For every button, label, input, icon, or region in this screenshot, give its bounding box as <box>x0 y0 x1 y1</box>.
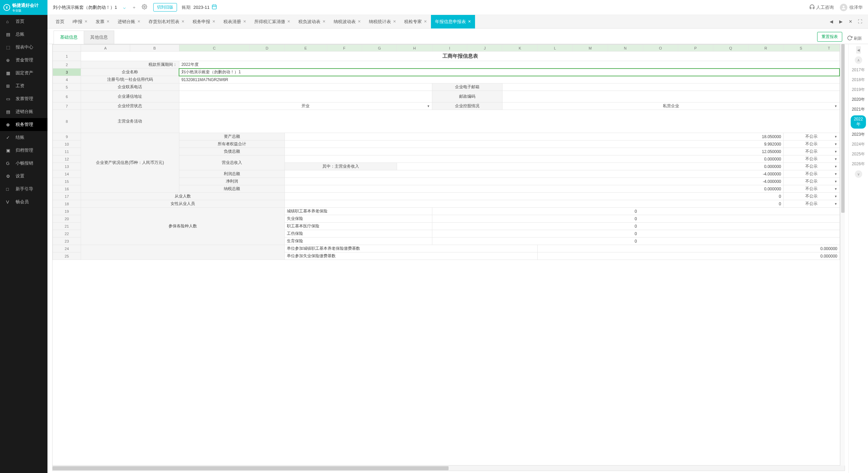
add-account-icon[interactable]: ＋ <box>132 4 136 11</box>
account-selector[interactable]: 刘小艳演示账套（勿删勿动！）1 <box>53 4 117 11</box>
row-header[interactable]: 23 <box>53 238 81 245</box>
tab-close-all-icon[interactable]: ✕ <box>846 18 854 26</box>
col-header[interactable]: L <box>537 45 573 52</box>
row-header[interactable]: 19 <box>53 208 81 215</box>
cell-dropdown[interactable]: 不公示 <box>783 155 840 163</box>
row-header[interactable]: 7 <box>53 102 81 110</box>
sidebar-item[interactable]: ▤进销台账 <box>0 105 47 118</box>
cell-value[interactable] <box>179 91 432 102</box>
chevron-down-icon[interactable]: ⌵ <box>123 5 126 10</box>
cell-value[interactable]: 0.000000 <box>397 163 784 170</box>
subtab[interactable]: 其他信息 <box>84 31 114 44</box>
col-header[interactable]: G <box>362 45 397 52</box>
sidebar-item[interactable]: ⚙设置 <box>0 170 47 183</box>
cell-value[interactable] <box>179 83 432 91</box>
horizontal-scrollbar[interactable] <box>52 466 845 471</box>
year-item[interactable]: 2017年 <box>849 65 868 75</box>
col-header[interactable]: A <box>81 45 130 52</box>
tab-close-icon[interactable]: ✕ <box>393 19 396 24</box>
tab-close-icon[interactable]: ✕ <box>322 19 326 24</box>
year-item[interactable]: 2018年 <box>849 75 868 85</box>
tab[interactable]: i申报✕ <box>68 15 92 29</box>
cell-value[interactable]: 0.000000 <box>284 185 783 193</box>
sidebar-item[interactable]: ▤总账 <box>0 28 47 41</box>
calendar-icon[interactable] <box>212 4 217 11</box>
row-header[interactable]: 15 <box>53 178 81 185</box>
cell-value[interactable]: 0.000000 <box>284 155 783 163</box>
cell-dropdown[interactable]: 不公示 <box>783 163 840 170</box>
year-item[interactable]: 2021年 <box>849 105 868 114</box>
col-header[interactable]: R <box>748 45 784 52</box>
cell-dropdown[interactable]: 开业 <box>179 102 432 110</box>
row-header[interactable]: 14 <box>53 170 81 178</box>
cell-value[interactable]: 0 <box>284 200 783 208</box>
row-header[interactable]: 16 <box>53 185 81 193</box>
tab[interactable]: 所得税汇算清缴✕ <box>250 15 294 29</box>
fullscreen-icon[interactable]: ⛶ <box>856 18 864 26</box>
sidebar-item[interactable]: ⊞工资 <box>0 79 47 92</box>
cell-dropdown[interactable]: 不公示 <box>783 148 840 155</box>
cell-value[interactable]: 18.050000 <box>284 133 783 140</box>
col-header[interactable]: S <box>783 45 818 52</box>
tab[interactable]: 税务申报✕ <box>189 15 219 29</box>
tab[interactable]: 存货别名对照表✕ <box>144 15 189 29</box>
sidebar-item[interactable]: ✓结账 <box>0 131 47 144</box>
row-header[interactable]: 25 <box>53 252 81 260</box>
row-header[interactable]: 6 <box>53 91 81 102</box>
col-header[interactable]: M <box>573 45 608 52</box>
period-value[interactable]: 2023-11 <box>193 5 210 10</box>
switch-old-version-button[interactable]: 切到旧版 <box>153 3 177 12</box>
row-header[interactable]: 5 <box>53 83 81 91</box>
row-header[interactable]: 4 <box>53 76 81 83</box>
sidebar-item[interactable]: ⌂首页 <box>0 15 47 28</box>
col-header[interactable]: P <box>678 45 713 52</box>
sidebar-item[interactable]: ⊗税务管理 <box>0 118 47 131</box>
row-header[interactable]: 3 <box>53 69 81 76</box>
col-header[interactable]: D <box>250 45 285 52</box>
row-header[interactable]: 8 <box>53 110 81 133</box>
cell-value[interactable]: 0.000000 <box>537 252 840 260</box>
tab[interactable]: 税检专家✕ <box>400 15 431 29</box>
sidebar-item[interactable]: ▣归档管理 <box>0 144 47 157</box>
reset-report-button[interactable]: 重置报表 <box>817 32 842 42</box>
cell-value[interactable]: 0 <box>432 208 840 215</box>
cell-value[interactable] <box>502 91 840 102</box>
tab-close-icon[interactable]: ✕ <box>212 19 215 24</box>
sidebar-item[interactable]: □新手引导 <box>0 183 47 195</box>
tab-close-icon[interactable]: ✕ <box>358 19 361 24</box>
cell-value[interactable]: 0 <box>284 193 783 200</box>
cell-value[interactable]: 0 <box>432 230 840 238</box>
support-button[interactable]: 人工咨询 <box>809 4 834 11</box>
year-down-icon[interactable]: ∨ <box>855 170 862 178</box>
settings-icon[interactable] <box>142 4 147 11</box>
tab[interactable]: 发票✕ <box>92 15 114 29</box>
tab[interactable]: 纳税波动表✕ <box>330 15 365 29</box>
col-header[interactable]: F <box>327 45 362 52</box>
cell-value[interactable]: 9.992000 <box>284 140 783 148</box>
cell-dropdown[interactable]: 不公示 <box>783 200 840 208</box>
subtab[interactable]: 基础信息 <box>54 31 84 44</box>
col-header[interactable]: C <box>179 45 249 52</box>
row-header[interactable]: 21 <box>53 223 81 230</box>
tab-prev-icon[interactable]: ◀ <box>827 18 835 26</box>
year-item[interactable]: 2019年 <box>849 85 868 95</box>
user-menu[interactable]: 徐泽华 <box>840 4 863 11</box>
cell-value[interactable]: 2022年度 <box>179 61 840 69</box>
cell-dropdown[interactable]: 私营企业 <box>502 102 840 110</box>
year-up-icon[interactable]: ∧ <box>855 56 862 64</box>
col-header[interactable]: B <box>130 45 179 52</box>
cell-value[interactable]: 0 <box>432 238 840 245</box>
sidebar-item[interactable]: G小畅报销 <box>0 157 47 170</box>
year-item[interactable]: 2024年 <box>849 139 868 149</box>
col-header[interactable]: I <box>432 45 467 52</box>
row-header[interactable]: 22 <box>53 230 81 238</box>
row-header[interactable]: 12 <box>53 155 81 163</box>
col-header[interactable]: T <box>818 45 840 52</box>
year-item[interactable]: 2025年 <box>849 149 868 159</box>
year-item[interactable]: 2026年 <box>849 159 868 169</box>
col-header[interactable]: K <box>502 45 538 52</box>
row-header[interactable]: 18 <box>53 200 81 208</box>
tab-close-icon[interactable]: ✕ <box>84 19 87 24</box>
tab-close-icon[interactable]: ✕ <box>243 19 246 24</box>
cell-selected[interactable]: 刘小艳演示账套（勿删勿动！）1 <box>179 69 840 76</box>
